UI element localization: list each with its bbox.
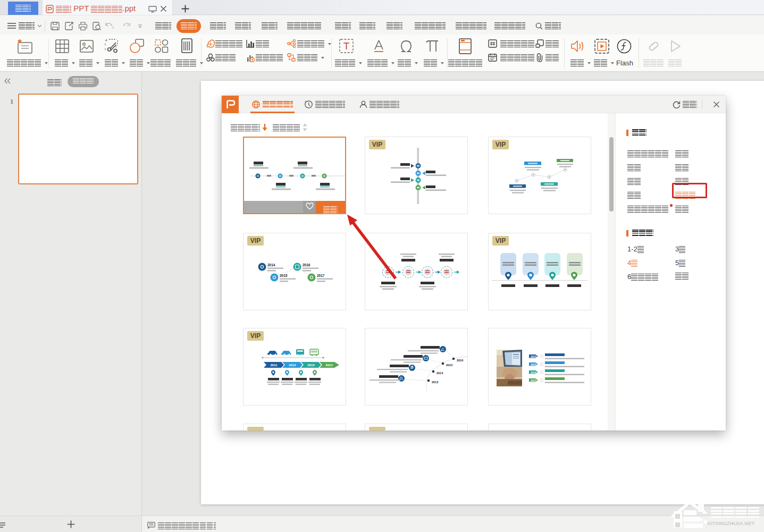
svg-text:2015: 2015 (446, 364, 452, 367)
svg-text:2014: 2014 (325, 364, 333, 367)
svg-text:2016: 2016 (303, 263, 310, 267)
svg-text:2014: 2014 (436, 371, 443, 375)
svg-text:2017: 2017 (317, 274, 325, 277)
svg-text:2016: 2016 (531, 370, 536, 374)
svg-text:2015: 2015 (280, 274, 288, 277)
svg-text:2017: 2017 (531, 378, 536, 382)
svg-text:2016: 2016 (457, 359, 463, 362)
svg-text:2011: 2011 (270, 364, 278, 367)
svg-text:2013: 2013 (432, 381, 438, 384)
svg-text:2014: 2014 (267, 263, 275, 267)
svg-text:2013: 2013 (307, 364, 315, 367)
svg-text:2012: 2012 (289, 364, 296, 367)
svg-text:2015: 2015 (531, 362, 536, 366)
svg-text:2014: 2014 (531, 354, 536, 358)
